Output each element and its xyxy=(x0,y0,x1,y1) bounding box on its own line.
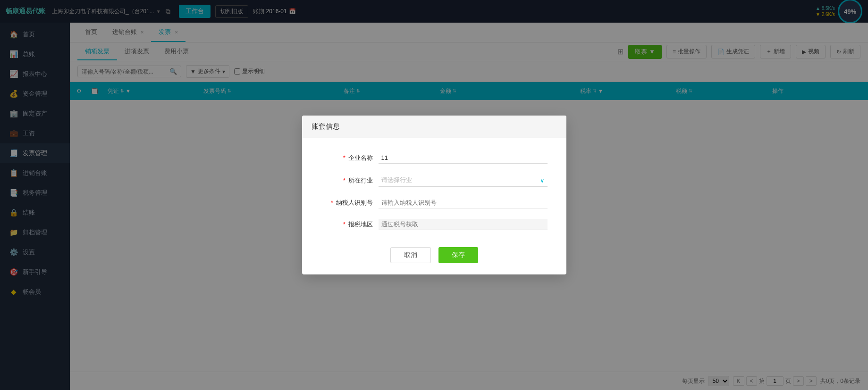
industry-chevron-icon: ∨ xyxy=(540,177,545,184)
company-name-label: * 企业名称 xyxy=(321,154,373,162)
taxid-input[interactable] xyxy=(379,197,548,208)
modal-header: 账套信息 xyxy=(302,116,566,138)
industry-select[interactable]: 请选择行业 ∨ xyxy=(379,174,548,187)
form-row-industry: * 所在行业 请选择行业 ∨ xyxy=(321,174,548,187)
modal-body: * 企业名称 * 所在行业 请选择行业 ∨ * xyxy=(302,138,566,240)
taxid-label: * 纳税人识别号 xyxy=(321,199,373,207)
cancel-button[interactable]: 取消 xyxy=(390,247,431,263)
modal-overlay[interactable]: 账套信息 * 企业名称 * 所在行业 请选择行业 ∨ xyxy=(0,0,868,390)
taxregion-label: * 报税地区 xyxy=(321,220,373,229)
form-row-company: * 企业名称 xyxy=(321,152,548,164)
modal-footer: 取消 保存 xyxy=(302,240,566,274)
form-row-taxid: * 纳税人识别号 xyxy=(321,197,548,208)
save-button[interactable]: 保存 xyxy=(438,247,478,263)
modal-accountset: 账套信息 * 企业名称 * 所在行业 请选择行业 ∨ xyxy=(302,116,566,274)
form-row-taxregion: * 报税地区 xyxy=(321,219,548,230)
taxregion-input xyxy=(379,219,548,230)
company-name-input[interactable] xyxy=(379,152,548,164)
industry-label: * 所在行业 xyxy=(321,176,373,185)
